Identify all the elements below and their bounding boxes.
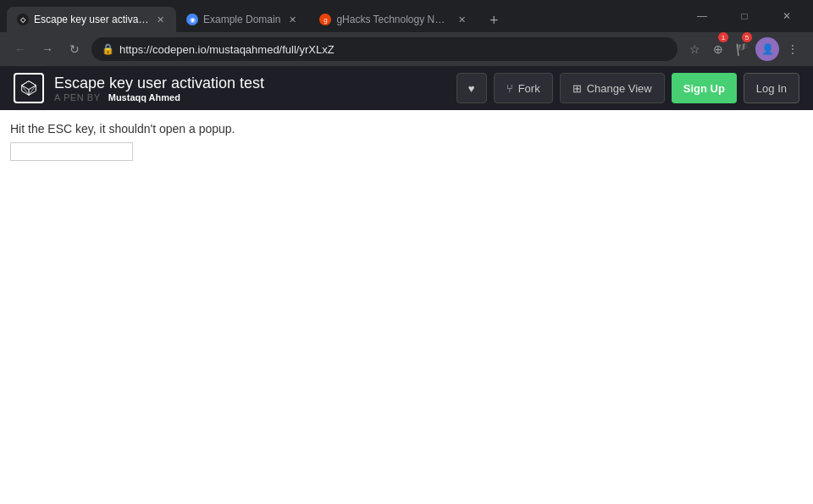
byline-prefix: A PEN BY — [54, 92, 101, 102]
tab-title-codepen: Escape key user activation test — [34, 14, 150, 25]
codepen-actions: ♥ ⑂ Fork ⊞ Change View Sign Up Log In — [456, 73, 799, 103]
pen-author: Mustaqq Ahmed — [108, 92, 180, 102]
change-view-icon: ⊞ — [572, 82, 582, 95]
signup-button[interactable]: Sign Up — [672, 73, 737, 103]
extension-button-1[interactable]: ⊕ 1 — [708, 39, 728, 59]
url-bar[interactable]: 🔒 https://codepen.io/mustaqahmed/full/yr… — [91, 37, 678, 61]
new-tab-button[interactable]: + — [482, 8, 506, 32]
svg-marker-2 — [22, 86, 29, 96]
bookmark-button[interactable]: ☆ — [684, 39, 705, 59]
login-label: Log In — [756, 82, 787, 95]
minimize-button[interactable]: — — [683, 3, 722, 29]
maximize-button[interactable]: □ — [725, 3, 764, 29]
tab-title-example: Example Domain — [203, 14, 280, 25]
extension-button-2[interactable]: 🏴 5 — [732, 39, 752, 59]
tab-example[interactable]: ◉ Example Domain ✕ — [176, 7, 309, 32]
instruction-text: Hit the ESC key, it shouldn't open a pop… — [10, 122, 803, 136]
profile-avatar[interactable]: 👤 — [755, 37, 779, 61]
tab-close-example[interactable]: ✕ — [285, 13, 299, 26]
change-view-label: Change View — [587, 82, 652, 95]
pen-title: Escape key user activation test — [54, 75, 446, 92]
content-area: Hit the ESC key, it shouldn't open a pop… — [0, 110, 813, 173]
pen-byline: A PEN BY Mustaqq Ahmed — [54, 92, 446, 102]
esc-test-input[interactable] — [10, 142, 133, 161]
fork-icon: ⑂ — [506, 82, 513, 95]
forward-button[interactable]: → — [37, 39, 58, 59]
svg-marker-3 — [29, 86, 36, 96]
tab-codepen[interactable]: ◇ Escape key user activation test ✕ — [7, 7, 176, 32]
login-button[interactable]: Log In — [744, 73, 799, 103]
address-actions: ☆ ⊕ 1 🏴 5 👤 ⋮ — [684, 37, 803, 61]
extension-badge-1: 1 — [718, 32, 728, 42]
window-chrome: ◇ Escape key user activation test ✕ ◉ Ex… — [0, 0, 813, 32]
close-button[interactable]: ✕ — [767, 3, 806, 29]
lock-icon: 🔒 — [102, 43, 114, 55]
tab-close-codepen[interactable]: ✕ — [155, 13, 166, 26]
pen-title-section: Escape key user activation test A PEN BY… — [54, 75, 446, 102]
tab-favicon-ghacks: g — [319, 14, 331, 25]
heart-icon: ♥ — [468, 82, 475, 95]
tab-favicon-codepen: ◇ — [17, 14, 29, 25]
window-controls: — □ ✕ — [683, 3, 806, 29]
tab-bar: ◇ Escape key user activation test ✕ ◉ Ex… — [7, 0, 676, 32]
refresh-button[interactable]: ↻ — [64, 39, 85, 59]
back-button[interactable]: ← — [10, 39, 30, 59]
tab-close-ghacks[interactable]: ✕ — [456, 13, 469, 26]
tab-ghacks[interactable]: g gHacks Technology News ✕ — [309, 7, 478, 32]
tab-title-ghacks: gHacks Technology News — [336, 14, 450, 25]
heart-button[interactable]: ♥ — [456, 73, 487, 103]
codepen-toolbar: Escape key user activation test A PEN BY… — [0, 66, 813, 110]
address-bar: ← → ↻ 🔒 https://codepen.io/mustaqahmed/f… — [0, 32, 813, 66]
more-options-button[interactable]: ⋮ — [783, 39, 803, 59]
extension-badge-2: 5 — [742, 32, 752, 42]
change-view-button[interactable]: ⊞ Change View — [560, 73, 665, 103]
tab-favicon-example: ◉ — [186, 14, 198, 25]
fork-label: Fork — [518, 82, 540, 95]
url-text: https://codepen.io/mustaqahmed/full/yrXL… — [119, 43, 335, 56]
codepen-logo — [14, 73, 44, 103]
signup-label: Sign Up — [683, 82, 725, 95]
fork-button[interactable]: ⑂ Fork — [494, 73, 553, 103]
